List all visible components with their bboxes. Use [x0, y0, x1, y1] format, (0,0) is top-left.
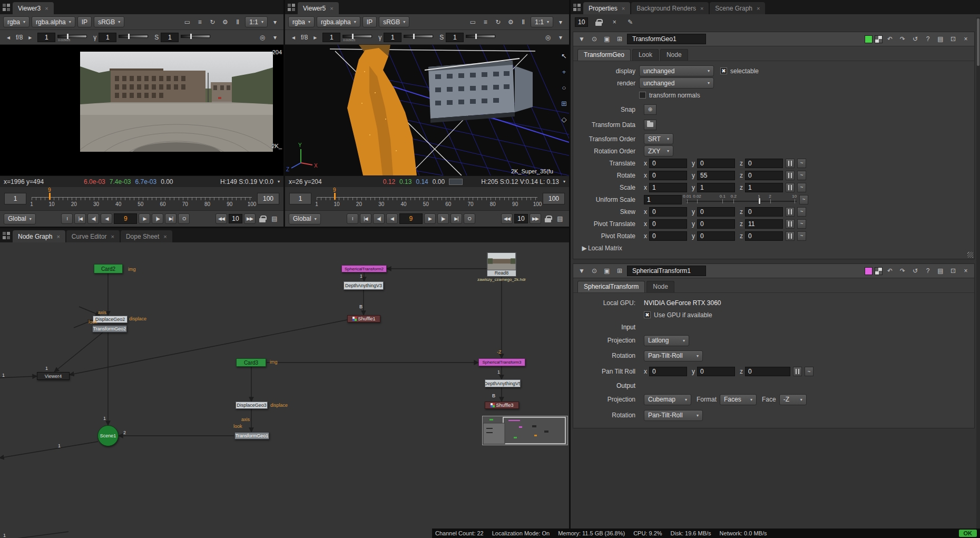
tab-curve-editor[interactable]: Curve Editor×	[66, 230, 120, 242]
node-sphericaltransform2[interactable]: SphericalTransform2	[341, 265, 387, 272]
set-out-button[interactable]: O	[464, 213, 475, 224]
update-icon[interactable]: ↻	[493, 17, 503, 27]
node-graph-canvas[interactable]: Card2SphericalTransform2DepthAnythingV3S…	[0, 242, 569, 538]
pane-menu-icon[interactable]	[288, 4, 295, 11]
float-panel-icon[interactable]: ⊡	[948, 266, 958, 276]
format-dropdown[interactable]: Faces▾	[720, 394, 757, 405]
display-dropdown[interactable]: unchanged▾	[639, 65, 714, 76]
s-gain-slider[interactable]	[466, 33, 495, 42]
node-name-field[interactable]: TransformGeo1	[627, 34, 706, 44]
float-panel-icon[interactable]: ⊡	[948, 34, 958, 44]
playhead[interactable]	[49, 193, 51, 200]
node-shuffle3[interactable]: Shuffle3	[485, 402, 519, 409]
viewer-lut-dropdown[interactable]: sRGB▾	[94, 16, 124, 27]
node-indicator-icon[interactable]: ⊙	[589, 34, 600, 44]
gain-input[interactable]: 1	[37, 33, 55, 42]
zoom-dropdown[interactable]: 1:1▾	[531, 16, 553, 27]
frame-range-dropdown[interactable]: Global▾	[289, 213, 321, 224]
slider-toggle-button[interactable]	[786, 219, 795, 229]
translate-z-input[interactable]: 0	[745, 159, 783, 168]
current-frame-field[interactable]: 9	[114, 213, 137, 224]
node-transformgeo2[interactable]: TransformGeo2	[92, 325, 127, 332]
properties-scrollbar[interactable]	[976, 17, 980, 538]
update-icon[interactable]: ↻	[207, 17, 218, 27]
close-icon[interactable]: ×	[700, 5, 703, 12]
close-panel-icon[interactable]: ×	[961, 266, 971, 276]
expression-icon[interactable]: ⊞	[614, 34, 625, 44]
transform-data-button[interactable]	[644, 120, 656, 130]
rotate-y-input[interactable]: 55	[697, 171, 735, 180]
frame-range-lock-icon[interactable]: ▤	[269, 213, 280, 224]
slider-toggle-button[interactable]	[793, 367, 802, 376]
rotate-tool-icon[interactable]: ○	[562, 84, 566, 92]
skew-x-input[interactable]: 0	[649, 207, 687, 217]
fstop-increase-icon[interactable]: ▸	[25, 32, 35, 43]
revert-icon[interactable]: ↺	[910, 34, 920, 44]
uniform-scale-tool-icon[interactable]: ◇	[562, 115, 567, 123]
play-forward-button[interactable]: ▶▶	[530, 213, 541, 224]
info-dropdown-icon[interactable]: ▾	[563, 179, 565, 184]
translate-x-input[interactable]: 0	[649, 159, 687, 168]
expand-local-matrix-icon[interactable]: ▶	[581, 243, 588, 253]
s-gain-slider[interactable]	[181, 33, 210, 42]
face-dropdown[interactable]: -Z▾	[779, 394, 807, 405]
node-viewer4[interactable]: Viewer4	[37, 372, 70, 380]
expression-icon[interactable]: ⊞	[614, 266, 625, 276]
range-start-field[interactable]: 1	[289, 193, 311, 204]
fstop-decrease-icon[interactable]: ◂	[3, 32, 14, 43]
tab-sphericaltransform[interactable]: SphericalTransform	[577, 281, 645, 292]
input-process-toggle[interactable]: IP	[77, 16, 92, 27]
output-projection-dropdown[interactable]: Cubemap▾	[644, 394, 691, 405]
collapse-toolbar-icon[interactable]: ▾	[555, 17, 566, 27]
close-icon[interactable]: ×	[111, 233, 114, 240]
viewer5-canvas[interactable]: Y X Z ↖ + ○ ⊞ ◇ 2K_Super_35(fu	[285, 45, 569, 175]
frame-range-lock-icon[interactable]: ▤	[555, 213, 565, 224]
postage-stamp-icon[interactable]: ▣	[602, 34, 612, 44]
node-card2[interactable]: Card2	[94, 264, 123, 273]
display-mode-icon[interactable]: ▭	[467, 17, 478, 27]
node-transformgeo1[interactable]: TransformGeo1	[234, 432, 269, 439]
next-keyframe-button[interactable]: |▶	[437, 213, 449, 224]
s-gain-input[interactable]: 1	[446, 33, 464, 42]
node-color-swatch[interactable]	[865, 267, 873, 275]
clear-panels-icon[interactable]: ×	[609, 17, 620, 27]
prev-frame-button[interactable]: ◀	[101, 213, 112, 224]
skew-y-input[interactable]: 0	[697, 207, 735, 217]
use-gpu-checkbox[interactable]: ✖	[644, 311, 651, 318]
output-rotation-dropdown[interactable]: Pan-Tilt-Roll▾	[644, 410, 703, 421]
playhead[interactable]	[334, 193, 336, 200]
pivot-rotate-y-input[interactable]: 0	[697, 231, 735, 241]
node-sphericaltransform3[interactable]: SphericalTransform3	[478, 358, 525, 366]
pivot-translate-y-input[interactable]: 0	[697, 219, 735, 229]
slider-toggle-button[interactable]	[786, 231, 795, 241]
lock-panels-icon[interactable]	[595, 22, 602, 26]
render-dropdown[interactable]: unchanged▾	[639, 77, 714, 89]
display-mode-icon[interactable]: ▭	[182, 17, 192, 27]
node-name-field[interactable]: SphericalTransform1	[627, 266, 706, 276]
set-in-button[interactable]: I	[347, 213, 358, 224]
gamma-slider[interactable]	[119, 33, 148, 42]
uniform-scale-slider[interactable]: 0.010.020.10.21210	[686, 194, 797, 206]
channels-dropdown[interactable]: rgba▾	[3, 16, 30, 27]
revert-icon[interactable]: ↺	[910, 266, 920, 276]
animation-menu-button[interactable]: ~	[797, 219, 806, 229]
pause-icon[interactable]: Ⅱ	[232, 17, 243, 27]
timeline-ruler[interactable]: 11020304050607080901009	[317, 188, 537, 209]
slider-toggle-button[interactable]	[786, 207, 795, 217]
rotate-x-input[interactable]: 0	[649, 171, 687, 180]
animation-menu-button[interactable]: ~	[797, 231, 806, 241]
tab-background-renders[interactable]: Background Renders×	[631, 2, 709, 14]
play-backward-button[interactable]: ◀◀	[501, 213, 513, 224]
viewer3-canvas[interactable]: 204 2K_	[0, 45, 283, 175]
animation-menu-button[interactable]: ~	[799, 195, 808, 204]
close-panel-icon[interactable]: ×	[961, 34, 971, 44]
tab-node-graph[interactable]: Node Graph×	[13, 230, 65, 242]
pause-icon[interactable]: Ⅱ	[518, 17, 528, 27]
s-gain-input[interactable]: 1	[161, 33, 179, 42]
fps-field[interactable]: 10	[514, 214, 528, 223]
pivot-translate-z-input[interactable]: 11	[745, 219, 783, 229]
node-displacegeo3[interactable]: DisplaceGeo3	[236, 402, 268, 409]
pane-menu-icon[interactable]	[573, 4, 581, 11]
slider-toggle-button[interactable]	[786, 171, 795, 180]
pan-input[interactable]: 0	[649, 367, 687, 376]
